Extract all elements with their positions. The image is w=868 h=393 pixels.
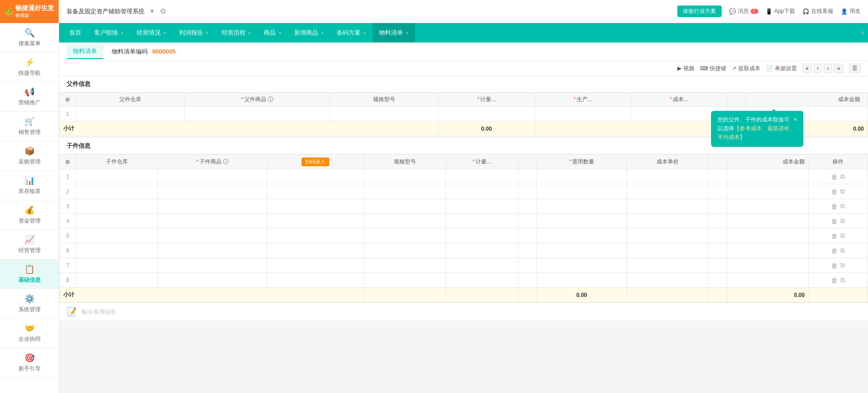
child-cell-need-qty-1[interactable] [536, 169, 627, 184]
child-cell-unit-cost-8[interactable] [627, 273, 708, 288]
child-cell-unit-1[interactable] [446, 169, 518, 184]
child-cell-scan-6[interactable] [267, 243, 364, 258]
nav-tab-客户联络[interactable]: 客户联络 × [88, 23, 130, 42]
tab-close-icon[interactable]: × [121, 30, 124, 36]
copy-icon-8[interactable]: ⧉ [840, 276, 845, 284]
sidebar-item-营销推广[interactable]: 📢营销推广 [0, 82, 59, 112]
sub-tab-material-code[interactable]: 物料清单编码 0000005 [105, 45, 182, 59]
child-cell-unit-2[interactable] [446, 184, 518, 199]
nav-tab-利润报告[interactable]: 利润报告 × [173, 23, 215, 42]
child-cell-unit-cost-2[interactable] [627, 184, 708, 199]
child-cell-warehouse-5[interactable] [76, 229, 158, 243]
child-cell-unit-cost-7[interactable] [627, 258, 708, 273]
nav-tab-首页[interactable]: 首页 [63, 23, 88, 42]
copy-icon-7[interactable]: ⧉ [840, 261, 845, 269]
child-cell-need-qty-4[interactable] [536, 214, 627, 229]
child-cell-warehouse-8[interactable] [76, 273, 158, 288]
child-cell-unit-cost-4[interactable] [627, 214, 708, 229]
nav-tab-新增商品[interactable]: 新增商品 × [288, 23, 330, 42]
delete-icon-1[interactable]: 🗑 [831, 173, 838, 181]
app-download-item[interactable]: 📱 App下载 [766, 7, 795, 15]
delete-icon-2[interactable]: 🗑 [831, 188, 838, 195]
child-cell-scan-3[interactable] [267, 199, 364, 214]
copy-icon-6[interactable]: ⧉ [840, 247, 845, 254]
nav-close-all[interactable]: × [861, 29, 864, 36]
child-cell-spec-6[interactable] [364, 243, 446, 258]
child-cell-warehouse-3[interactable] [76, 199, 158, 214]
child-cell-unit-8[interactable] [446, 273, 518, 288]
sidebar-item-企业协同[interactable]: 🤝企业协同 [0, 319, 59, 348]
child-cell-scan-7[interactable] [267, 258, 364, 273]
child-cell-unit-cost-3[interactable] [627, 199, 708, 214]
sidebar-item-搜索菜单[interactable]: 🔍搜索菜单 [0, 23, 59, 53]
user-item[interactable]: 👤 用友 [841, 7, 861, 15]
child-cell-spec-1[interactable] [364, 169, 446, 184]
child-cell-need-qty-8[interactable] [536, 273, 627, 288]
child-cell-scan-5[interactable] [267, 229, 364, 243]
child-cell-spec-2[interactable] [364, 184, 446, 199]
menu-icon[interactable]: ☰ [849, 64, 861, 73]
single-settings-item[interactable]: 📄 单据设置 [766, 65, 797, 73]
delete-icon-4[interactable]: 🗑 [831, 218, 838, 225]
tab-close-icon[interactable]: × [206, 30, 209, 36]
sidebar-item-经营管理[interactable]: 📈经营管理 [0, 230, 59, 260]
nav-prev[interactable]: ‹ [814, 64, 822, 73]
sidebar-item-销售管理[interactable]: 🛒销售管理 [0, 112, 59, 141]
shortcut-item[interactable]: ⌨ 快捷键 [700, 65, 726, 73]
nav-tab-物料清单[interactable]: 物料清单 × [373, 23, 415, 42]
tab-close-icon[interactable]: × [406, 30, 409, 36]
sidebar-item-快捷导航[interactable]: ⚡快捷导航 [0, 53, 59, 82]
child-cell-product-7[interactable] [158, 258, 267, 273]
sidebar-item-系统管理[interactable]: ⚙️系统管理 [0, 289, 59, 319]
child-cell-scan-4[interactable] [267, 214, 364, 229]
parent-cell-unit-1[interactable] [438, 107, 535, 121]
tab-close-icon[interactable]: × [278, 30, 281, 36]
copy-icon-5[interactable]: ⧉ [840, 232, 845, 240]
online-service-item[interactable]: 🎧 在线客服 [802, 7, 833, 15]
child-cell-product-3[interactable] [158, 199, 267, 214]
child-cell-product-5[interactable] [158, 229, 267, 243]
child-cell-spec-4[interactable] [364, 214, 446, 229]
tab-close-icon[interactable]: × [321, 30, 324, 36]
child-cell-unit-6[interactable] [446, 243, 518, 258]
child-cell-product-6[interactable] [158, 243, 267, 258]
delete-icon-7[interactable]: 🗑 [831, 262, 838, 269]
tab-close-icon[interactable]: × [248, 30, 251, 36]
child-cell-unit-7[interactable] [446, 258, 518, 273]
message-item[interactable]: 💬 消息 6 [729, 7, 758, 15]
child-cell-need-qty-6[interactable] [536, 243, 627, 258]
child-cell-product-1[interactable] [158, 169, 267, 184]
nav-tab-条码方案[interactable]: 条码方案 × [330, 23, 373, 42]
copy-icon-2[interactable]: ⧉ [840, 187, 845, 195]
nav-tab-商品[interactable]: 商品 × [257, 23, 288, 42]
delete-icon-5[interactable]: 🗑 [831, 232, 838, 240]
child-cell-scan-8[interactable] [267, 273, 364, 288]
sidebar-item-采购管理[interactable]: 📦采购管理 [0, 141, 59, 171]
copy-icon-1[interactable]: ⧉ [840, 173, 845, 181]
child-cell-spec-8[interactable] [364, 273, 446, 288]
dropdown-icon[interactable]: ▼ [149, 8, 155, 15]
sidebar-item-新手引导[interactable]: 🎯新手引导 [0, 348, 59, 378]
child-cell-need-qty-5[interactable] [536, 229, 627, 243]
scan-input-button[interactable]: 扫码录入 [301, 157, 329, 166]
parent-cell-produce-1[interactable] [535, 107, 631, 121]
delete-icon-8[interactable]: 🗑 [831, 277, 838, 284]
child-cell-spec-7[interactable] [364, 258, 446, 273]
nav-prev-prev[interactable]: « [802, 64, 812, 73]
sidebar-item-资金管理[interactable]: 💰资金管理 [0, 200, 59, 230]
child-cell-warehouse-4[interactable] [76, 214, 158, 229]
nav-tab-经营情况[interactable]: 经营情况 × [130, 23, 173, 42]
child-cell-warehouse-6[interactable] [76, 243, 158, 258]
child-cell-unit-4[interactable] [446, 214, 518, 229]
sidebar-item-基础信息[interactable]: 📋基础信息 [0, 260, 59, 289]
extract-cost-item[interactable]: ↗ 提取成本 [732, 65, 760, 73]
nav-tab-经营历程[interactable]: 经营历程 × [215, 23, 258, 42]
nav-next[interactable]: › [824, 64, 832, 73]
child-cell-unit-5[interactable] [446, 229, 518, 243]
copy-icon-3[interactable]: ⧉ [840, 202, 845, 210]
child-cell-warehouse-2[interactable] [76, 184, 158, 199]
delete-icon-3[interactable]: 🗑 [831, 203, 838, 210]
child-cell-need-qty-2[interactable] [536, 184, 627, 199]
child-cell-warehouse-1[interactable] [76, 169, 158, 184]
tab-close-icon[interactable]: × [163, 30, 166, 36]
